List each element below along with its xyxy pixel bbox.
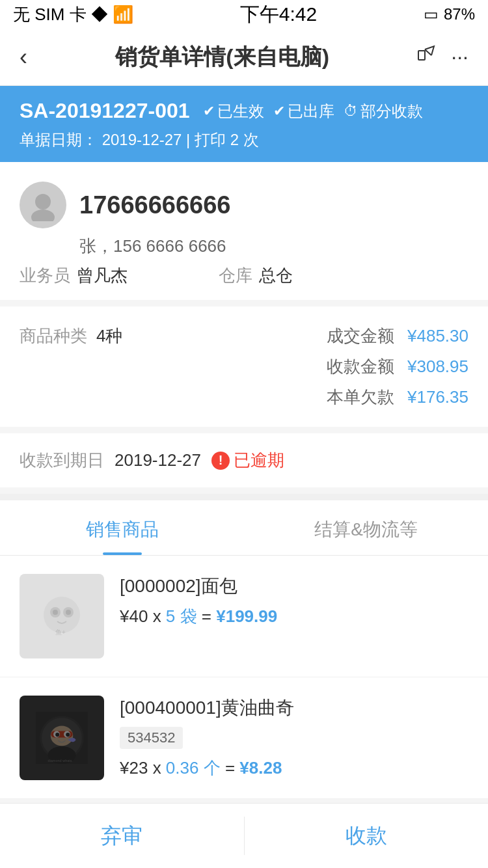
customer-avatar [20, 182, 66, 228]
svg-point-7 [53, 610, 58, 615]
type-label: 商品种类 [20, 325, 87, 347]
status-left: 无 SIM 卡 ◆ 📶 [13, 3, 133, 26]
warehouse: 仓库 总仓 [219, 264, 293, 287]
product-name-1: [0000002]面包 [120, 574, 468, 599]
summary-section: 商品种类 4种 成交金额 ¥485.30 收款金额 ¥308.95 本单欠款 ¥… [0, 306, 488, 427]
customer-name: 17666666666 [79, 191, 230, 219]
price-eq-1: = [202, 606, 216, 626]
price-unit-2: 个 [204, 758, 221, 778]
sales-name: 曾凡杰 [77, 264, 128, 287]
status-time: 下午4:42 [240, 1, 317, 28]
svg-line-1 [425, 49, 431, 55]
product-price-2: ¥23 x 0.36 个 = ¥8.28 [120, 757, 468, 780]
price-base-1: ¥40 [120, 606, 148, 626]
price-total-1: ¥199.99 [216, 606, 277, 626]
tab-products[interactable]: 销售商品 [0, 500, 244, 555]
price-sep-1: x [153, 606, 166, 626]
order-date: 2019-12-27 [102, 131, 182, 148]
bottom-bar: 弃审 收款 [0, 803, 488, 868]
due-label: 收款到期日 [20, 449, 104, 472]
check-icon2: ✔ [273, 103, 285, 120]
products-section: 鱼+ [0000002]面包 ¥40 x 5 袋 = ¥199.99 [0, 556, 488, 799]
amount-value: ¥485.30 [407, 326, 468, 346]
clock-icon: ⏱ [344, 103, 358, 120]
product-type-row: 商品种类 4种 [20, 325, 122, 347]
product-price-1: ¥40 x 5 袋 = ¥199.99 [120, 605, 468, 628]
product-item-2: diamond whats [000400001]黄油曲奇 534532 ¥23… [0, 677, 488, 799]
banner-row1: SA-20191227-001 ✔ 已生效 ✔ 已出库 ⏱ 部分收款 [20, 99, 468, 123]
nav-bar: ‹ 销货单详情(来自电脑) ··· [0, 29, 488, 86]
share-button[interactable] [417, 44, 438, 70]
order-id: SA-20191227-001 [20, 99, 190, 123]
section-divider [0, 494, 488, 500]
svg-text:鱼+: 鱼+ [55, 629, 66, 636]
date-label: 单据日期： [20, 131, 98, 148]
type-value: 4种 [96, 325, 122, 347]
svg-point-4 [44, 597, 80, 633]
battery-icon: ▭ [424, 5, 439, 23]
received-label: 收款金额 [327, 355, 394, 378]
summary-left: 商品种类 4种 [20, 325, 122, 347]
amount-row: 成交金额 ¥485.30 [327, 325, 468, 347]
overdue-text: 已逾期 [234, 449, 284, 472]
customer-sub: 张，156 6666 6666 [79, 235, 468, 258]
warehouse-name: 总仓 [259, 264, 293, 287]
status-partial: ⏱ 部分收款 [344, 101, 423, 122]
owed-label: 本单欠款 [327, 386, 394, 409]
product-sku-2: 534532 [120, 727, 183, 749]
status-right: ▭ 87% [424, 5, 475, 23]
header-banner: SA-20191227-001 ✔ 已生效 ✔ 已出库 ⏱ 部分收款 单据日期：… [0, 86, 488, 162]
svg-text:diamond whats: diamond whats [47, 759, 72, 763]
svg-point-8 [66, 610, 71, 615]
status-shipped: ✔ 已出库 [273, 101, 334, 122]
due-date-value: 2019-12-27 [115, 450, 201, 470]
customer-detail: 业务员 曾凡杰 仓库 总仓 [20, 264, 468, 287]
confirm-button[interactable]: 收款 [245, 804, 489, 868]
warehouse-label: 仓库 [219, 264, 252, 287]
received-value: ¥308.95 [407, 357, 468, 377]
svg-rect-0 [418, 51, 425, 60]
owed-value: ¥176.35 [407, 387, 468, 407]
status-effective: ✔ 已生效 [203, 101, 264, 122]
tabs-section: 销售商品 结算&物流等 [0, 500, 488, 556]
price-unit-1: 袋 [180, 606, 197, 626]
customer-section: 17666666666 张，156 6666 6666 业务员 曾凡杰 仓库 总… [0, 162, 488, 300]
owed-row: 本单欠款 ¥176.35 [327, 386, 468, 409]
price-total-2: ¥8.28 [239, 758, 282, 778]
customer-row: 17666666666 [20, 182, 468, 228]
price-sep-2: x [153, 758, 166, 778]
price-base-2: ¥23 [120, 758, 148, 778]
amount-label: 成交金额 [327, 325, 394, 347]
due-section: 收款到期日 2019-12-27 ! 已逾期 [0, 433, 488, 487]
nav-actions: ··· [417, 44, 468, 70]
cancel-button[interactable]: 弃审 [0, 804, 244, 868]
check-icon: ✔ [203, 103, 215, 120]
price-eq-2: = [225, 758, 239, 778]
banner-date-row: 单据日期： 2019-12-27 | 打印 2 次 [20, 129, 468, 150]
print-info: | 打印 2 次 [186, 131, 259, 148]
more-button[interactable]: ··· [451, 45, 468, 69]
product-info-1: [0000002]面包 ¥40 x 5 袋 = ¥199.99 [120, 574, 468, 628]
back-button[interactable]: ‹ [20, 44, 27, 71]
price-qty-2: 0.36 [166, 758, 199, 778]
product-item: 鱼+ [0000002]面包 ¥40 x 5 袋 = ¥199.99 [0, 556, 488, 677]
sales-label: 业务员 [20, 264, 70, 287]
product-name-2: [000400001]黄油曲奇 [120, 696, 468, 720]
product-image-2: diamond whats [20, 696, 104, 780]
battery-percent: 87% [444, 5, 475, 23]
product-info-2: [000400001]黄油曲奇 534532 ¥23 x 0.36 个 = ¥8… [120, 696, 468, 780]
sales-person: 业务员 曾凡杰 [20, 264, 128, 287]
svg-point-3 [31, 210, 55, 221]
price-qty-1: 5 [166, 606, 175, 626]
status-tags: ✔ 已生效 ✔ 已出库 ⏱ 部分收款 [203, 101, 423, 122]
status-bar: 无 SIM 卡 ◆ 📶 下午4:42 ▭ 87% [0, 0, 488, 29]
received-row: 收款金额 ¥308.95 [327, 355, 468, 378]
overdue-icon: ! [211, 452, 230, 470]
tab-settlement[interactable]: 结算&物流等 [244, 500, 488, 555]
svg-point-18 [66, 733, 70, 737]
overdue-badge: ! 已逾期 [211, 449, 284, 472]
svg-point-17 [55, 733, 59, 737]
product-image-1: 鱼+ [20, 574, 104, 658]
summary-right: 成交金额 ¥485.30 收款金额 ¥308.95 本单欠款 ¥176.35 [327, 325, 468, 409]
page-title: 销货单详情(来自电脑) [115, 42, 329, 72]
